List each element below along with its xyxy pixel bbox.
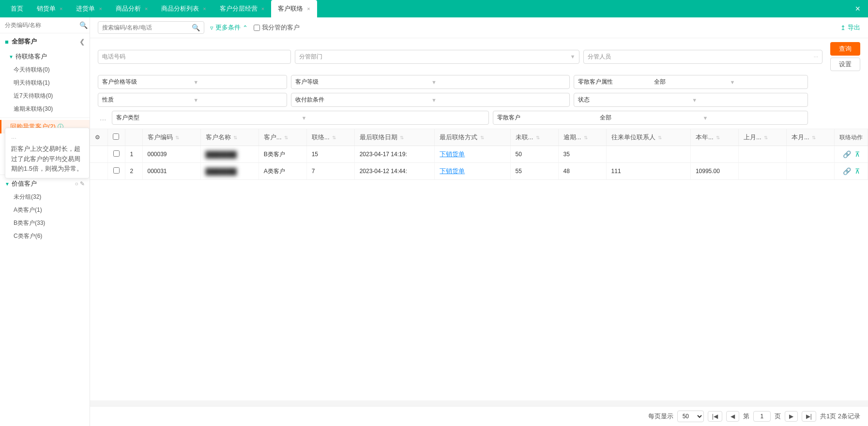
advanced-filter: 电话号码 分管部门 ▼ 分管人员 ··· 查询 设置 (90, 38, 868, 129)
row1-grid-icon[interactable]: ⊼ (855, 150, 860, 158)
customer-type-dropdown-icon: ▼ (301, 115, 484, 121)
search-input[interactable] (102, 24, 189, 31)
payment-select[interactable]: 收付款条件 ▼ (291, 93, 570, 107)
close-customer-tier-tab-icon[interactable]: × (261, 6, 264, 12)
col-settings[interactable]: ⚙ (90, 129, 107, 146)
row2-last-contact-method[interactable]: 下销货单 (435, 163, 510, 180)
customer-type-select[interactable]: 客户类型 ▼ (112, 111, 488, 125)
customer-grade-select[interactable]: 客户等级 ▼ (291, 75, 570, 89)
close-product-analysis-tab-icon[interactable]: × (145, 6, 148, 12)
category-sort-icon[interactable]: ⇅ (284, 135, 288, 140)
status-select[interactable]: 状态 ▼ (574, 93, 808, 107)
first-page-button[interactable]: |◀ (708, 411, 722, 422)
row1-last-contact-method[interactable]: 下销货单 (435, 146, 510, 163)
close-sales-tab-icon[interactable]: × (60, 6, 62, 12)
gender-select[interactable]: 性质 ▼ (98, 93, 287, 107)
uncontacted-sort-icon[interactable]: ⇅ (536, 135, 540, 140)
phone-input[interactable] (127, 53, 287, 60)
last-page-button[interactable]: ▶| (802, 411, 816, 422)
row1-select-checkbox[interactable] (113, 150, 120, 157)
manager-input[interactable] (613, 53, 812, 60)
sidebar-search-icon[interactable]: 🔍 (79, 21, 88, 29)
select-all-checkbox[interactable] (113, 133, 119, 140)
row2-checkbox[interactable] (107, 163, 125, 180)
last-date-sort-icon[interactable]: ⇅ (400, 135, 404, 140)
last-method-sort-icon[interactable]: ⇅ (480, 135, 484, 140)
retail-attr-select[interactable]: 零散客户属性 全部 ▼ (574, 75, 808, 89)
dept-field[interactable]: 分管部门 ▼ (295, 50, 580, 64)
nav-tab-customer-tier[interactable]: 客户分层经营 × (213, 0, 271, 17)
tooltip-box: ... 距客户上次交易时长，超过了此客户的平均交易周期的1.5倍，则视为异常。 (5, 128, 90, 178)
all-customers-header: ■ 全部客户 ❮ (0, 33, 90, 50)
name-sort-icon[interactable]: ⇅ (233, 135, 237, 140)
prev-page-button[interactable]: ◀ (726, 411, 739, 422)
code-sort-icon[interactable]: ⇅ (175, 135, 179, 140)
manager-field[interactable]: 分管人员 ··· (583, 50, 822, 64)
sidebar-search-input[interactable] (5, 22, 77, 29)
overdue-sort-icon[interactable]: ⇅ (584, 135, 588, 140)
unit-contact-sort-icon[interactable]: ⇅ (658, 135, 662, 140)
pending-contact-group-title[interactable]: ▼ 待联络客户 (0, 50, 90, 63)
row1-checkbox[interactable] (107, 146, 125, 163)
col-uncontacted: 未联... ⇅ (510, 129, 558, 146)
row2-this-month (786, 163, 834, 180)
row2-this-year: 10995.00 (690, 163, 738, 180)
sidebar-item-tomorrow[interactable]: 明天待联络(1) (0, 76, 90, 89)
row2-grid-icon[interactable]: ⊼ (855, 167, 860, 175)
retail-customer-select[interactable]: 零散客户 全部 ▼ (493, 111, 808, 125)
row1-last-month (738, 146, 786, 163)
sidebar-item-a-class[interactable]: A类客户(1) (0, 204, 90, 217)
my-customer-checkbox[interactable] (254, 25, 260, 31)
manager-more-icon[interactable]: ··· (814, 54, 818, 59)
next-page-button[interactable]: ▶ (785, 411, 798, 422)
sidebar-collapse-icon[interactable]: ❮ (79, 38, 85, 45)
phone-field[interactable]: 电话号码 (98, 50, 291, 64)
row1-overdue: 35 (558, 146, 606, 163)
settings-button[interactable]: 设置 (830, 58, 860, 71)
this-month-sort-icon[interactable]: ⇅ (812, 135, 816, 140)
nav-tab-product-analysis[interactable]: 商品分析 × (109, 0, 154, 17)
page-number-input[interactable] (753, 411, 771, 422)
sidebar-item-today[interactable]: 今天待联络(0) (0, 63, 90, 76)
adv-filter-dots-button[interactable]: ... (98, 114, 108, 122)
nav-tab-home[interactable]: 首页 (4, 4, 30, 13)
dept-dropdown-icon[interactable]: ▼ (570, 54, 575, 59)
table-wrap: ⚙ 客户编码 ⇅ 客户名称 ⇅ (90, 129, 868, 400)
row2-contact: 7 (306, 163, 354, 180)
sidebar-item-7days[interactable]: 近7天待联络(0) (0, 89, 90, 103)
price-grade-select[interactable]: 客户价格等级 ▼ (98, 75, 287, 89)
nav-tab-purchase[interactable]: 进货单 × (69, 0, 108, 17)
value-customers-edit-icon[interactable]: ○ ✎ (75, 180, 85, 187)
last-month-sort-icon[interactable]: ⇅ (764, 135, 768, 140)
close-customer-contact-tab-icon[interactable]: × (307, 6, 310, 12)
query-button[interactable]: 查询 (830, 42, 860, 56)
search-button-icon[interactable]: 🔍 (192, 24, 200, 31)
horizontal-scrollbar[interactable] (90, 400, 868, 406)
sidebar-item-overdue[interactable]: 逾期未联络(30) (0, 103, 90, 116)
sidebar-item-b-class[interactable]: B类客户(33) (0, 217, 90, 230)
close-product-list-tab-icon[interactable]: × (203, 6, 206, 12)
sidebar-item-ungrouped[interactable]: 未分组(32) (0, 191, 90, 204)
export-button[interactable]: ↥ 导出 (840, 23, 860, 32)
page-size-select[interactable]: 50 20 100 (677, 411, 704, 422)
row1-link-icon[interactable]: 🔗 (843, 150, 851, 158)
nav-tab-sales[interactable]: 销货单 × (30, 0, 69, 17)
row2-link-icon[interactable]: 🔗 (843, 167, 851, 175)
row2-select-checkbox[interactable] (113, 167, 120, 174)
this-year-sort-icon[interactable]: ⇅ (716, 135, 720, 140)
nav-tab-customer-contact[interactable]: 客户联络 × (271, 0, 317, 17)
sidebar-item-c-class[interactable]: C类客户(6) (0, 230, 90, 243)
gender-dropdown-icon: ▼ (193, 97, 282, 103)
value-customers-group-title[interactable]: ▼ 价值客户 ○ ✎ (0, 177, 90, 191)
row2-category: A类客户 (259, 163, 306, 180)
contact-sort-icon[interactable]: ⇅ (332, 135, 336, 140)
nav-tab-product-list[interactable]: 商品分析列表 × (154, 0, 213, 17)
close-purchase-tab-icon[interactable]: × (99, 6, 102, 12)
adv-filter-row4: ... 客户类型 ▼ 零散客户 全部 ▼ (98, 111, 860, 125)
adv-filter-row3: 性质 ▼ 收付款条件 ▼ 状态 ▼ (98, 93, 860, 107)
my-customer-checkbox-label[interactable]: 我分管的客户 (254, 23, 300, 32)
dept-input[interactable] (324, 53, 568, 60)
page-suffix: 页 (775, 412, 781, 421)
more-conditions-button[interactable]: ▿ 更多条件 ⌃ (210, 23, 248, 32)
window-close-icon[interactable]: × (851, 4, 864, 14)
